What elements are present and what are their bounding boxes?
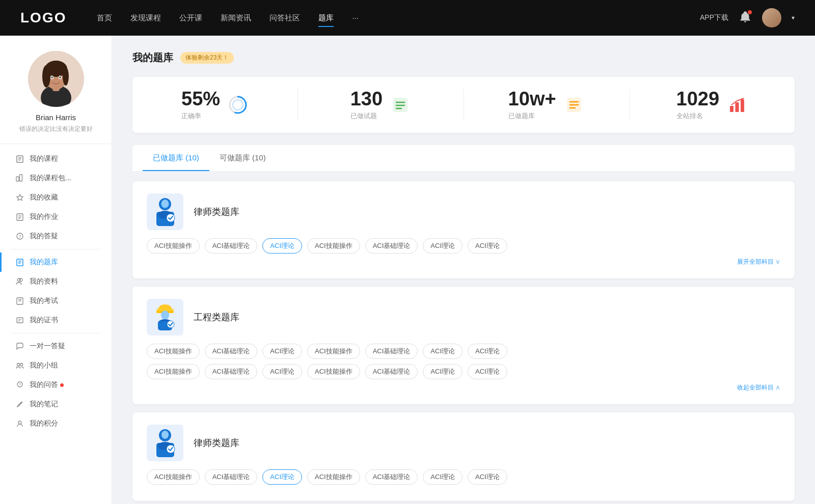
stat-done-qbank: 10w+ 已做题库	[464, 89, 630, 121]
qbank-tag[interactable]: ACI技能操作	[307, 238, 360, 254]
qbank-toggle-collapse-2[interactable]: 收起全部科目 ∧	[147, 383, 780, 392]
sidebar-item-qbank[interactable]: 我的题库	[0, 253, 112, 272]
qbank-tag[interactable]: ACI基础理论	[205, 238, 258, 254]
sidebar-item-qa-doubts[interactable]: ? 我的答疑	[0, 227, 112, 246]
qbank-tag[interactable]: ACI基础理论	[205, 364, 258, 379]
qbank-tags-1: ACI技能操作 ACI基础理论 ACI理论 ACI技能操作 ACI基础理论 AC…	[147, 238, 780, 254]
page-title: 我的题库	[132, 51, 173, 65]
sidebar-item-my-notes[interactable]: 我的笔记	[0, 395, 112, 414]
top-navigation: LOGO 首页 发现课程 公开课 新闻资讯 问答社区 题库 ··· APP下载 …	[0, 0, 815, 36]
qbank-toggle-expand-1[interactable]: 展开全部科目 ∨	[147, 258, 780, 266]
my-cert-icon	[15, 316, 24, 325]
qbank-tag[interactable]: ACI理论	[423, 364, 463, 379]
qbank-section-lawyer-2: 律师类题库 ACI技能操作 ACI基础理论 ACI理论 ACI技能操作 ACI基…	[132, 412, 795, 501]
qbank-tag[interactable]: ACI理论	[468, 469, 507, 485]
qbank-tag[interactable]: ACI技能操作	[147, 469, 200, 485]
tabs-row: 已做题库 (10) 可做题库 (10)	[132, 145, 795, 171]
stat-accuracy-label: 正确率	[181, 111, 220, 121]
qbank-tag[interactable]: ACI技能操作	[307, 364, 360, 379]
qbank-header-3: 律师类题库	[147, 425, 780, 461]
svg-point-59	[161, 200, 169, 208]
qbank-title-2: 工程类题库	[194, 311, 239, 323]
nav-qa[interactable]: 问答社区	[269, 11, 300, 25]
stat-rank-label: 全站排名	[676, 111, 720, 121]
svg-rect-52	[730, 106, 734, 112]
stat-done-qb-value-area: 10w+ 已做题库	[508, 89, 556, 121]
qbank-section-engineer: 工程类题库 ACI技能操作 ACI基础理论 ACI理论 ACI技能操作 ACI基…	[132, 287, 795, 404]
qbank-tag[interactable]: ACI理论	[423, 469, 463, 485]
sidebar-divider-1	[10, 249, 101, 249]
tab-done-qbank[interactable]: 已做题库 (10)	[143, 145, 209, 171]
sidebar-item-my-cert[interactable]: 我的证书	[0, 311, 112, 330]
qa-doubts-icon: ?	[15, 232, 24, 241]
qbank-tag[interactable]: ACI技能操作	[147, 238, 200, 254]
qanda-notification-dot	[60, 383, 64, 387]
qbank-tag[interactable]: ACI基础理论	[365, 238, 418, 254]
svg-rect-33	[17, 318, 23, 323]
sidebar-divider-2	[10, 333, 101, 333]
qbank-tag[interactable]: ACI技能操作	[307, 469, 360, 485]
svg-point-6	[63, 67, 69, 86]
stat-accuracy-value-area: 55% 正确率	[181, 89, 220, 121]
my-qanda-icon: ?	[15, 380, 24, 389]
nav-open-course[interactable]: 公开课	[179, 11, 202, 25]
sidebar-item-my-points[interactable]: 我的积分	[0, 414, 112, 433]
sidebar-item-favorites[interactable]: 我的收藏	[0, 188, 112, 207]
qbank-section-lawyer-1: 律师类题库 ACI技能操作 ACI基础理论 ACI理论 ACI技能操作 ACI基…	[132, 181, 795, 278]
qbank-tag[interactable]: ACI技能操作	[147, 344, 200, 359]
my-group-icon	[15, 361, 24, 370]
qbank-tag[interactable]: ACI基础理论	[365, 364, 418, 379]
nav-discover[interactable]: 发现课程	[130, 11, 161, 25]
qbank-tag[interactable]: ACI理论	[262, 344, 302, 359]
sidebar-item-my-course[interactable]: 我的课程	[0, 149, 112, 169]
stat-ranking: 1029 全站排名	[630, 89, 795, 121]
homework-icon	[15, 212, 24, 221]
qbank-tag[interactable]: ACI理论	[468, 364, 507, 379]
sidebar-item-course-package[interactable]: 我的课程包...	[0, 169, 112, 188]
qbank-tag[interactable]: ACI技能操作	[147, 364, 200, 379]
sidebar-item-my-data[interactable]: 我的资料	[0, 272, 112, 291]
qbank-tag[interactable]: ACI基础理论	[365, 344, 418, 359]
qbank-tag-active[interactable]: ACI理论	[262, 238, 302, 254]
qbank-tag[interactable]: ACI技能操作	[307, 344, 360, 359]
user-avatar[interactable]	[762, 8, 781, 27]
svg-point-10	[59, 76, 61, 78]
qbank-tag[interactable]: ACI理论	[468, 238, 507, 254]
qbank-tag[interactable]: ACI理论	[468, 344, 507, 359]
qbank-title-1: 律师类题库	[194, 206, 239, 218]
qbank-tag[interactable]: ACI理论	[423, 344, 463, 359]
user-dropdown-icon[interactable]: ▾	[792, 14, 795, 21]
svg-text:?: ?	[18, 234, 21, 239]
tab-available-qbank[interactable]: 可做题库 (10)	[209, 145, 276, 171]
sidebar-item-my-qanda[interactable]: ? 我的问答	[0, 375, 112, 395]
notification-bell[interactable]	[739, 10, 752, 25]
my-data-icon	[15, 277, 24, 286]
svg-point-43	[233, 100, 243, 110]
nav-home[interactable]: 首页	[97, 11, 112, 25]
stat-rank-value: 1029	[676, 89, 720, 108]
qbank-icon-lawyer-1	[147, 193, 183, 230]
qbank-tag[interactable]: ACI基础理论	[205, 469, 258, 485]
sidebar-item-homework[interactable]: 我的作业	[0, 207, 112, 227]
sidebar-item-one-on-one[interactable]: 一对一答疑	[0, 337, 112, 356]
app-download-link[interactable]: APP下载	[700, 13, 728, 22]
qbank-tag[interactable]: ACI基础理论	[365, 469, 418, 485]
nav-qbank[interactable]: 题库	[318, 11, 334, 25]
qbank-tag[interactable]: ACI理论	[262, 364, 302, 379]
one-on-one-icon	[15, 342, 24, 351]
nav-more[interactable]: ···	[352, 11, 359, 25]
qbank-tag[interactable]: ACI理论	[423, 238, 463, 254]
svg-point-36	[17, 363, 20, 366]
stat-accuracy-value: 55%	[181, 89, 220, 108]
nav-news[interactable]: 新闻资讯	[221, 11, 251, 25]
my-course-icon	[15, 154, 24, 163]
sidebar-item-my-exam[interactable]: 我的考试	[0, 291, 112, 311]
main-content: 我的题库 体验剩余23天！ 55% 正确率	[112, 36, 815, 504]
sidebar-motto: 错误的决定比没有决定要好	[19, 125, 93, 133]
qbank-tag[interactable]: ACI基础理论	[205, 344, 258, 359]
sidebar-item-my-group[interactable]: 我的小组	[0, 356, 112, 375]
page-header: 我的题库 体验剩余23天！	[132, 51, 795, 65]
nav-menu: 首页 发现课程 公开课 新闻资讯 问答社区 题库 ···	[97, 11, 700, 25]
notification-dot	[748, 10, 752, 14]
qbank-tag-active[interactable]: ACI理论	[262, 469, 302, 485]
